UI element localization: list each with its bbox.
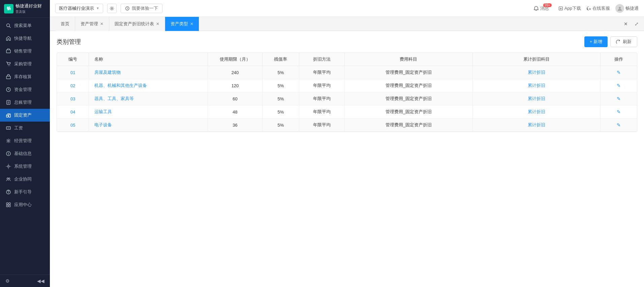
sidebar-item-fund[interactable]: 资金管理 xyxy=(0,83,50,96)
edit-icon[interactable]: ✎ xyxy=(617,70,621,75)
name-link[interactable]: 器具、工具、家具等 xyxy=(94,96,134,101)
maximize-tab-button[interactable]: ⤢ xyxy=(632,19,641,29)
action-buttons: + 新增 刷新 xyxy=(584,36,637,47)
refresh-button[interactable]: 刷新 xyxy=(610,36,637,47)
edit-icon[interactable]: ✎ xyxy=(617,122,621,128)
sidebar-item-apps[interactable]: 应用中心 xyxy=(0,198,50,211)
tab-home[interactable]: 首页 xyxy=(55,17,75,31)
user-name: 畅捷通 xyxy=(625,5,639,11)
tab-home-label: 首页 xyxy=(61,21,69,27)
cell-name: 运输工具 xyxy=(89,105,208,119)
experience-button[interactable]: 我要体验一下 xyxy=(121,4,162,13)
sidebar-footer: ⚙ ◀◀ xyxy=(0,275,50,287)
table-row: 04 运输工具 48 5% 年限平均 管理费用_固定资产折旧 累计折旧 ✎ xyxy=(57,105,637,119)
sidebar-item-search[interactable]: 搜索菜单 xyxy=(0,19,50,32)
collab-icon xyxy=(5,176,11,182)
sidebar-item-management-label: 经营管理 xyxy=(14,138,32,144)
user-profile[interactable]: 畅捷通 xyxy=(615,4,639,13)
sidebar-item-info[interactable]: 基础信息 xyxy=(0,147,50,160)
accumulated-link[interactable]: 累计折旧 xyxy=(528,122,545,127)
main-area: 医疗器械行业演示 ▼ 我要体验一下 99+ 消息 App下载 在线客服 xyxy=(50,0,644,287)
accumulated-link[interactable]: 累计折旧 xyxy=(528,96,545,101)
name-link[interactable]: 电子设备 xyxy=(94,122,112,127)
col-code: 编号 xyxy=(57,53,89,66)
accumulated-link[interactable]: 累计折旧 xyxy=(528,83,545,88)
app-edition: 普及版 xyxy=(16,9,42,14)
svg-point-28 xyxy=(111,7,113,9)
svg-rect-2 xyxy=(6,50,10,53)
sidebar-item-ledger[interactable]: 总账管理 xyxy=(0,96,50,109)
tab-asset-type[interactable]: 资产类型 ✕ xyxy=(165,17,199,31)
cell-accumulated: 累计折旧 xyxy=(472,79,600,92)
col-name: 名称 xyxy=(89,53,208,66)
collapse-icon[interactable]: ◀◀ xyxy=(37,278,44,284)
cell-period: 48 xyxy=(208,105,263,119)
search-icon xyxy=(5,23,11,29)
info-icon xyxy=(5,151,11,157)
notification-button[interactable]: 99+ 消息 xyxy=(533,5,549,11)
sidebar-item-management[interactable]: 经营管理 xyxy=(0,134,50,147)
svg-rect-25 xyxy=(9,203,10,204)
sidebar-item-system[interactable]: 系统管理 xyxy=(0,160,50,173)
data-table: 编号 名称 使用期限（月） 残值率 折旧方法 费用科目 累计折旧科目 操作 01… xyxy=(57,53,637,132)
app-download-button[interactable]: App下载 xyxy=(558,5,581,11)
cell-expense: 管理费用_固定资产折旧 xyxy=(345,92,472,105)
content-header: 类别管理 + 新增 刷新 xyxy=(57,36,637,47)
accumulated-link[interactable]: 累计折旧 xyxy=(528,109,545,114)
settings-icon[interactable]: ⚙ xyxy=(5,278,10,284)
col-accumulated: 累计折旧科目 xyxy=(472,53,600,66)
cell-accumulated: 累计折旧 xyxy=(472,66,600,79)
accumulated-link[interactable]: 累计折旧 xyxy=(528,70,545,75)
sidebar-item-inventory-label: 库存核算 xyxy=(14,74,32,80)
name-link[interactable]: 运输工具 xyxy=(94,109,112,114)
customer-service-button[interactable]: 在线客服 xyxy=(586,5,610,11)
topbar: 医疗器械行业演示 ▼ 我要体验一下 99+ 消息 App下载 在线客服 xyxy=(50,0,644,17)
svg-rect-11 xyxy=(6,115,8,117)
sidebar-item-sales[interactable]: 销售管理 xyxy=(0,45,50,58)
code-link[interactable]: 04 xyxy=(70,109,75,115)
guide-icon xyxy=(5,189,11,195)
page-title: 类别管理 xyxy=(57,38,81,46)
edit-icon[interactable]: ✎ xyxy=(617,109,621,115)
close-icon[interactable]: ✕ xyxy=(100,22,103,26)
company-selector[interactable]: 医疗器械行业演示 ▼ xyxy=(55,4,103,13)
col-expense: 费用科目 xyxy=(345,53,472,66)
settings-gear-button[interactable] xyxy=(107,4,117,13)
sidebar-item-inventory[interactable]: 库存核算 xyxy=(0,70,50,83)
code-link[interactable]: 03 xyxy=(70,96,75,101)
name-link[interactable]: 机器、机械和其他生产设备 xyxy=(94,83,147,88)
sidebar-item-fixed-asset[interactable]: 固定资产 xyxy=(0,109,50,122)
svg-point-3 xyxy=(8,65,9,66)
cell-method: 年限平均 xyxy=(299,79,345,92)
purchase-icon xyxy=(5,61,11,67)
sidebar-item-collab[interactable]: 企业协同 xyxy=(0,173,50,186)
cell-code: 02 xyxy=(57,79,89,92)
cell-action: ✎ xyxy=(601,119,637,132)
sidebar-item-apps-label: 应用中心 xyxy=(14,202,32,208)
code-link[interactable]: 05 xyxy=(70,123,75,128)
sidebar-nav: 搜索菜单 快捷导航 销售管理 采购管理 库存核算 xyxy=(0,18,50,275)
col-action: 操作 xyxy=(601,53,637,66)
sidebar-item-guide[interactable]: 新手引导 xyxy=(0,186,50,198)
edit-icon[interactable]: ✎ xyxy=(617,83,621,88)
close-icon[interactable]: ✕ xyxy=(156,22,159,26)
sidebar-item-quicknav[interactable]: 快捷导航 xyxy=(0,32,50,45)
sidebar-item-collab-label: 企业协同 xyxy=(14,176,32,182)
close-tab-button[interactable]: ✕ xyxy=(621,19,631,29)
svg-point-19 xyxy=(8,165,9,167)
cell-expense: 管理费用_固定资产折旧 xyxy=(345,79,472,92)
tab-depreciation-table[interactable]: 固定资产折旧统计表 ✕ xyxy=(109,17,165,31)
apps-icon xyxy=(5,202,11,208)
tab-asset-management[interactable]: 资产管理 ✕ xyxy=(75,17,109,31)
close-icon[interactable]: ✕ xyxy=(190,22,193,26)
sidebar-item-purchase[interactable]: 采购管理 xyxy=(0,58,50,70)
code-link[interactable]: 01 xyxy=(70,70,75,75)
sidebar-item-salary[interactable]: 工资 xyxy=(0,122,50,134)
edit-icon[interactable]: ✎ xyxy=(617,96,621,101)
cell-period: 240 xyxy=(208,66,263,79)
company-name: 医疗器械行业演示 xyxy=(59,5,94,11)
new-button[interactable]: + 新增 xyxy=(584,36,608,47)
name-link[interactable]: 房屋及建筑物 xyxy=(94,70,121,75)
cell-method: 年限平均 xyxy=(299,119,345,132)
code-link[interactable]: 02 xyxy=(70,83,75,88)
